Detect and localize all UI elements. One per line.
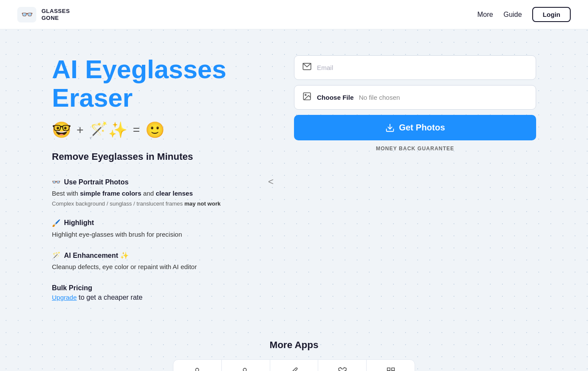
emoji-plus: + <box>77 123 83 137</box>
emoji-equation: 🤓 + 🪄✨ = 🙂 <box>52 121 268 139</box>
hero-title-line1: AI Eyeglasses <box>52 55 227 84</box>
pencil-icon <box>289 367 299 371</box>
app-erase-replace[interactable]: Erase &Replace <box>270 360 319 371</box>
grid-icon <box>386 367 396 371</box>
nav-more-link[interactable]: More <box>477 11 493 19</box>
feature-ai: 🪄 AI Enhancement ✨ Cleanup defects, eye … <box>52 251 268 272</box>
erase-person-icon <box>241 367 250 371</box>
get-photos-label: Get Photos <box>399 123 445 133</box>
brand-logo: 👓 <box>17 7 36 22</box>
email-input[interactable] <box>317 64 528 71</box>
feature-portrait-note: Complex background / sunglass / transluc… <box>52 200 268 207</box>
svg-rect-8 <box>387 368 390 370</box>
feature-highlight-title: 🖌️ Highlight <box>52 219 268 227</box>
brush-icon-inline: 🖌️ <box>52 219 61 227</box>
feature-portrait-title: 👓 Use Portrait Photos <box>52 178 268 186</box>
more-apps-section: More Apps PhotoBomb EraseBac <box>17 331 571 371</box>
app-erase-background[interactable]: EraseBackground <box>222 360 270 371</box>
emoji-wand: 🪄✨ <box>89 121 128 139</box>
bulk-pricing-text: to get a cheaper rate <box>79 294 143 301</box>
file-chooser-wrap[interactable]: Choose File No file chosen <box>294 85 536 110</box>
feature-portrait-desc: Best with simple frame colors and clear … <box>52 189 268 199</box>
feature-highlight: 🖌️ Highlight Highlight eye-glasses with … <box>52 219 268 240</box>
feature-ai-title: 🪄 AI Enhancement ✨ <box>52 251 268 260</box>
glasses-brand-icon: 👓 <box>21 9 33 20</box>
apps-row: PhotoBomb EraseBackground <box>173 359 415 371</box>
wand-icon-inline: 🪄 <box>52 251 61 260</box>
bulk-pricing-desc: Upgrade to get a cheaper rate <box>52 294 268 301</box>
svg-point-5 <box>243 368 246 371</box>
main-content: AI Eyeglasses Eraser 🤓 + 🪄✨ = 🙂 Remove E… <box>17 29 571 331</box>
feature-ai-desc: Cleanup defects, eye color or repaint wi… <box>52 262 268 272</box>
emoji-smile: 🙂 <box>145 121 165 139</box>
collapse-arrow[interactable]: < <box>268 176 274 187</box>
nav-login-button[interactable]: Login <box>532 7 571 22</box>
brand-name: GLASSES <box>42 8 70 15</box>
nav-guide-link[interactable]: Guide <box>503 11 522 19</box>
person-icon <box>192 367 202 371</box>
glasses-icon-inline: 👓 <box>52 178 61 186</box>
hero-section: AI Eyeglasses Eraser 🤓 + 🪄✨ = 🙂 Remove E… <box>52 55 268 314</box>
feature-highlight-desc: Highlight eye-glasses with brush for pre… <box>52 230 268 240</box>
no-file-text: No file chosen <box>359 94 400 101</box>
get-photos-button[interactable]: Get Photos <box>294 115 536 140</box>
feature-portrait: 👓 Use Portrait Photos Best with simple f… <box>52 178 268 207</box>
navbar: 👓 GLASSES GONE More Guide Login <box>0 0 588 29</box>
brand-sub: GONE <box>42 15 70 22</box>
choose-file-button[interactable]: Choose File <box>317 94 354 101</box>
app-try-clothes[interactable]: TryClothes <box>318 360 367 371</box>
hero-title-line2: Eraser <box>52 83 133 112</box>
emoji-equals: = <box>133 123 140 137</box>
money-back-guarantee: MONEY BACK GUARANTEE <box>294 146 536 152</box>
upgrade-link[interactable]: Upgrade <box>52 294 77 301</box>
bulk-pricing-title: Bulk Pricing <box>52 284 268 292</box>
email-icon <box>302 62 312 73</box>
bulk-pricing-section: Bulk Pricing Upgrade to get a cheaper ra… <box>52 284 268 301</box>
app-pixel-art[interactable]: PixelArt <box>367 360 415 371</box>
shirt-icon <box>338 367 347 371</box>
svg-point-2 <box>305 94 306 95</box>
app-photo-bomb[interactable]: PhotoBomb <box>173 360 222 371</box>
signup-form: Choose File No file chosen Get Photos MO… <box>294 55 536 152</box>
download-icon <box>385 123 395 133</box>
emoji-glasses: 🤓 <box>52 121 71 139</box>
brand-logo-link[interactable]: 👓 GLASSES GONE <box>17 7 70 22</box>
svg-point-4 <box>196 368 199 371</box>
brand-text: GLASSES GONE <box>42 8 70 21</box>
nav-links: More Guide Login <box>477 7 571 22</box>
image-icon <box>302 92 312 103</box>
email-field-wrap <box>294 55 536 80</box>
hero-subtitle: Remove Eyeglasses in Minutes <box>52 151 268 162</box>
more-apps-title: More Apps <box>52 339 536 351</box>
hero-title: AI Eyeglasses Eraser <box>52 55 268 112</box>
svg-rect-9 <box>391 368 394 370</box>
